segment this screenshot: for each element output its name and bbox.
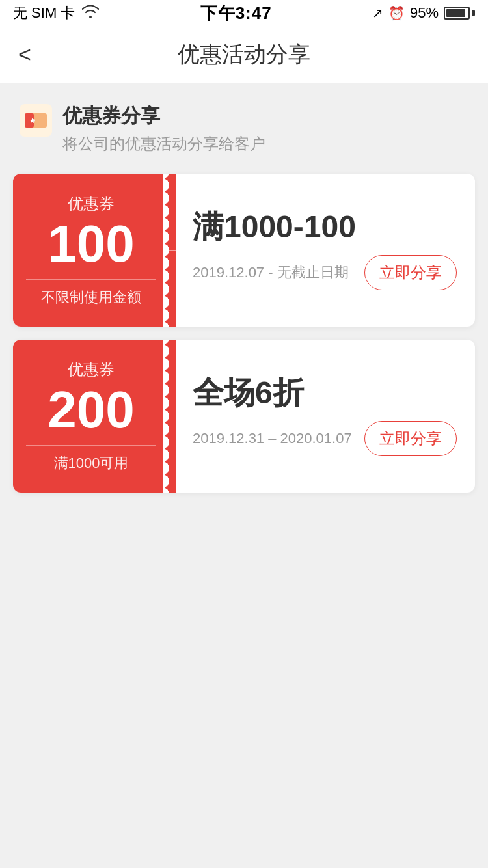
- carrier-text: 无 SIM 卡: [13, 3, 75, 23]
- coupon-share-icon: ★: [20, 104, 52, 137]
- coupon-name-1: 满1000-100: [193, 210, 457, 245]
- coupon-name-2: 全场6折: [193, 376, 457, 411]
- share-button-1[interactable]: 立即分享: [364, 255, 457, 290]
- coupon-right-2: 全场6折 2019.12.31 – 2020.01.07 立即分享: [169, 340, 475, 493]
- status-right: ↗ ⏰ 95%: [372, 5, 475, 21]
- coupon-left-1: 优惠券 100 不限制使用金额: [13, 174, 169, 327]
- location-icon: ↗: [372, 5, 383, 21]
- coupon-left-2: 优惠券 200 满1000可用: [13, 340, 169, 493]
- coupon-condition-2: 满1000可用: [54, 454, 129, 473]
- coupon-label-2: 优惠券: [68, 359, 115, 380]
- section-text: 优惠券分享 将公司的优惠活动分享给客户: [62, 103, 265, 154]
- section-header: ★ 优惠券分享 将公司的优惠活动分享给客户: [0, 83, 488, 167]
- battery-percent: 95%: [410, 5, 439, 21]
- svg-point-4: [33, 119, 35, 122]
- coupon-divider-1: [26, 279, 156, 280]
- coupon-label-1: 优惠券: [68, 193, 115, 214]
- coupon-amount-2: 200: [47, 384, 134, 436]
- coupon-meta-2: 2019.12.31 – 2020.01.07 立即分享: [193, 421, 457, 456]
- coupon-meta-1: 2019.12.07 - 无截止日期 立即分享: [193, 255, 457, 290]
- coupon-card-1: 优惠券 100 不限制使用金额 满1000-100 2019.12.07 - 无…: [13, 174, 475, 327]
- status-left: 无 SIM 卡: [13, 3, 100, 23]
- coupon-list: 优惠券 100 不限制使用金额 满1000-100 2019.12.07 - 无…: [0, 167, 488, 506]
- coupon-date-1: 2019.12.07 - 无截止日期: [193, 263, 354, 282]
- nav-bar: < 优惠活动分享: [0, 26, 488, 83]
- alarm-icon: ⏰: [388, 5, 405, 21]
- section-subtitle: 将公司的优惠活动分享给客户: [62, 133, 265, 154]
- share-button-2[interactable]: 立即分享: [364, 421, 457, 456]
- coupon-card-2: 优惠券 200 满1000可用 全场6折 2019.12.31 – 2020.0…: [13, 340, 475, 493]
- coupon-right-1: 满1000-100 2019.12.07 - 无截止日期 立即分享: [169, 174, 475, 327]
- back-button[interactable]: <: [18, 42, 31, 67]
- wifi-icon: [81, 4, 100, 22]
- coupon-date-2: 2019.12.31 – 2020.01.07: [193, 430, 354, 447]
- coupon-divider-2: [26, 445, 156, 446]
- status-time: 下午3:47: [200, 2, 272, 25]
- coupon-amount-1: 100: [47, 218, 134, 270]
- page-title: 优惠活动分享: [178, 40, 310, 70]
- battery-icon: [444, 7, 475, 20]
- status-bar: 无 SIM 卡 下午3:47 ↗ ⏰ 95%: [0, 0, 488, 26]
- section-title: 优惠券分享: [62, 103, 265, 129]
- bottom-spacer: [0, 506, 488, 868]
- coupon-condition-1: 不限制使用金额: [41, 288, 141, 307]
